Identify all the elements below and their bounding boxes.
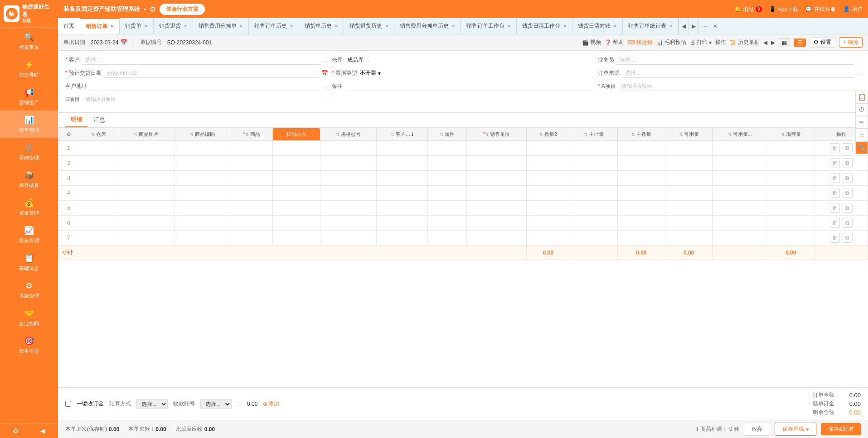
online-service-btn[interactable]: 💬 在线客服	[805, 5, 836, 13]
row-main-qty-2[interactable]	[617, 156, 665, 171]
th-available2[interactable]: ⇅ 可用量...	[713, 128, 767, 141]
row-unit-7[interactable]	[467, 231, 527, 245]
row-available2-7[interactable]	[713, 231, 767, 245]
row-main-unit-1[interactable]	[570, 141, 618, 156]
row-code-1[interactable]	[174, 141, 230, 156]
row-unit-3[interactable]	[467, 171, 527, 186]
list-view-btn[interactable]: ☰	[794, 39, 806, 47]
tab-close-all[interactable]: ✕	[710, 18, 720, 34]
tab-sales-return-close[interactable]: ✕	[184, 24, 187, 29]
calendar-icon[interactable]: 📅	[120, 39, 127, 46]
save-draft-button[interactable]: 保存草稿 ▾	[775, 423, 816, 436]
row-code-4[interactable]	[174, 186, 230, 201]
discard-button[interactable]: 放弃	[744, 423, 770, 436]
row-customer-code-5[interactable]	[376, 201, 428, 216]
row-available2-5[interactable]	[713, 201, 767, 216]
tab-expense-history[interactable]: 销售费用分摊单历史✕	[394, 18, 461, 34]
row-product-6[interactable]	[230, 216, 273, 231]
row-unit-2[interactable]	[467, 156, 527, 171]
th-qty2[interactable]: ⇅ 数量2	[526, 128, 570, 141]
message-btn[interactable]: 🔔 消息 9	[734, 5, 762, 13]
row-product-5[interactable]	[230, 201, 273, 216]
row-scan-6[interactable]	[273, 216, 320, 231]
row-attr-3[interactable]	[428, 171, 467, 186]
th-available[interactable]: ⇅ 可用量	[665, 128, 713, 141]
row-image-6[interactable]	[118, 216, 175, 231]
row-spec-5[interactable]	[320, 201, 376, 216]
row-delete-7[interactable]: 🗑	[830, 233, 840, 243]
doc-nav-next[interactable]: ▶	[771, 39, 775, 46]
row-product-7[interactable]	[230, 231, 273, 245]
print-btn[interactable]: 🖨 打印 ▾	[690, 39, 712, 46]
th-unit[interactable]: *⇅ 销售单位	[467, 128, 527, 141]
row-delete-1[interactable]: 🗑	[830, 143, 840, 153]
th-product-code[interactable]: ⇅ 商品编码	[174, 128, 230, 141]
row-main-qty-4[interactable]	[617, 186, 665, 201]
sidebar-settings-btn[interactable]: ⚙	[13, 427, 19, 434]
tab-order-history-close[interactable]: ✕	[290, 24, 293, 29]
row-copy-4[interactable]: ⧉	[843, 188, 853, 198]
row-main-unit-5[interactable]	[570, 201, 618, 216]
salesperson-dots[interactable]: ...	[856, 57, 861, 63]
grid-view-btn[interactable]: ▦	[779, 38, 790, 47]
row-copy-7[interactable]: ⧉	[843, 233, 853, 243]
row-copy-3[interactable]: ⧉	[843, 173, 853, 183]
row-main-unit-7[interactable]	[570, 231, 618, 245]
order-source-dots[interactable]: ...	[856, 70, 861, 77]
row-code-7[interactable]	[174, 231, 230, 245]
doc-nav-prev[interactable]: ◀	[763, 39, 767, 46]
row-code-2[interactable]	[174, 156, 230, 171]
sidebar-item-7[interactable]: 📈经营管理	[0, 221, 58, 249]
sidebar-item-10[interactable]: 🤝企业协同	[0, 304, 58, 332]
row-spec-4[interactable]	[320, 186, 376, 201]
row-available-7[interactable]	[665, 231, 713, 245]
th-customer-code[interactable]: ⇅ 客户... ℹ	[376, 128, 428, 141]
row-unit-5[interactable]	[467, 201, 527, 216]
row-delete-6[interactable]: 🗑	[830, 218, 840, 228]
row-product-1[interactable]	[230, 141, 273, 156]
tab-order-workbench-close[interactable]: ✕	[507, 24, 511, 29]
row-copy-6[interactable]: ⧉	[843, 218, 853, 228]
row-qty2-6[interactable]	[526, 216, 570, 231]
sidebar-item-2[interactable]: 📢营销推广	[0, 83, 58, 111]
help-btn[interactable]: ❓ 帮助	[605, 39, 624, 46]
sidebar-item-3[interactable]: 📊销售管理	[0, 111, 58, 138]
row-customer-code-1[interactable]	[376, 141, 428, 156]
tab-daily-workbench[interactable]: 钱货日清工作台✕	[517, 18, 572, 34]
b-project-input[interactable]	[82, 95, 329, 104]
tab-expense-history-close[interactable]: ✕	[451, 24, 455, 29]
operation-btn[interactable]: 操作	[715, 39, 726, 46]
row-qty2-3[interactable]	[526, 171, 570, 186]
th-warehouse[interactable]: ⇅ 仓库	[79, 128, 118, 141]
row-code-3[interactable]	[174, 171, 230, 186]
row-warehouse-7[interactable]	[79, 231, 118, 245]
th-product-image[interactable]: ⇅ 商品图片	[118, 128, 175, 141]
row-warehouse-2[interactable]	[79, 156, 118, 171]
tab-return-history[interactable]: 销货退货历史✕	[344, 18, 394, 34]
row-delete-5[interactable]: 🗑	[830, 203, 840, 213]
row-delete-4[interactable]: 🗑	[830, 188, 840, 198]
tab-daily-workbench-close[interactable]: ✕	[563, 24, 567, 29]
row-qty2-4[interactable]	[526, 186, 570, 201]
remark-input[interactable]	[345, 82, 595, 91]
row-customer-code-6[interactable]	[376, 216, 428, 231]
right-float-tool[interactable]: 🔧	[855, 141, 868, 154]
tab-bill-history[interactable]: 销货单历史✕	[299, 18, 344, 34]
row-available2-6[interactable]	[713, 216, 767, 231]
one-click-checkbox[interactable]	[65, 401, 71, 407]
topbar-gear-icon[interactable]: ⚙	[150, 5, 156, 14]
row-stock-4[interactable]	[767, 186, 815, 201]
sidebar-item-0[interactable]: 🔍搜索菜单	[0, 28, 58, 55]
row-image-4[interactable]	[118, 186, 175, 201]
row-spec-3[interactable]	[320, 171, 376, 186]
row-scan-3[interactable]	[273, 171, 320, 186]
row-unit-4[interactable]	[467, 186, 527, 201]
account-select[interactable]: 选择...	[200, 399, 232, 409]
tab-order-workbench[interactable]: 销售订单工作台✕	[461, 18, 517, 34]
th-attribute[interactable]: ⇅ 属性	[428, 128, 467, 141]
row-main-qty-7[interactable]	[617, 231, 665, 245]
sub-tab-detail[interactable]: 明细	[65, 113, 88, 127]
row-qty2-2[interactable]	[526, 156, 570, 171]
settings-btn[interactable]: ⚙ 设置	[810, 37, 835, 48]
right-float-clipboard[interactable]: 📋	[855, 91, 868, 103]
